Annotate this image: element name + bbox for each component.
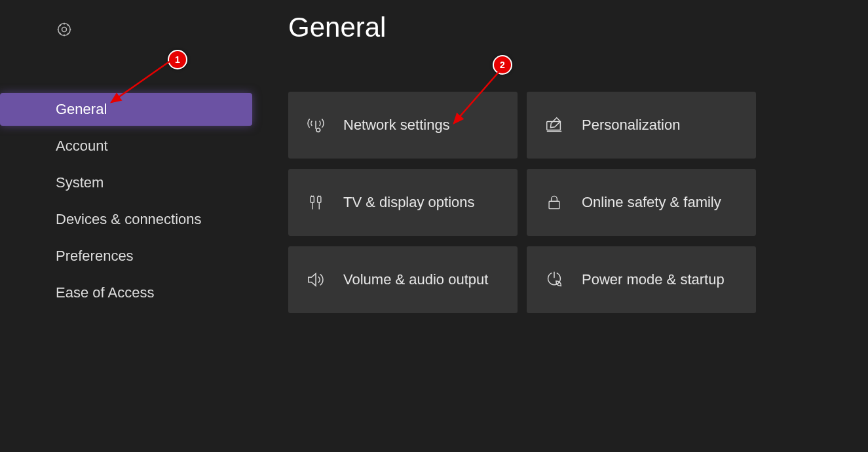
sidebar-item-account[interactable]: Account [0, 130, 252, 162]
sidebar: General Account System Devices & connect… [0, 0, 252, 452]
svg-rect-14 [549, 201, 559, 208]
sidebar-item-label: Devices & connections [56, 211, 202, 227]
page-title: General [288, 12, 868, 43]
tile-label: Volume & audio output [343, 271, 488, 288]
sidebar-item-preferences[interactable]: Preferences [0, 240, 252, 273]
svg-rect-6 [311, 197, 314, 202]
tile-online-safety[interactable]: Online safety & family [527, 169, 756, 236]
svg-point-1 [58, 24, 70, 35]
svg-point-0 [62, 28, 67, 32]
power-leaf-icon [544, 269, 565, 290]
tile-label: Power mode & startup [582, 271, 725, 288]
sidebar-item-label: Ease of Access [56, 284, 154, 301]
sidebar-item-general[interactable]: General [0, 93, 252, 126]
tile-label: TV & display options [343, 194, 475, 211]
tile-grid: Network settings Personalization [288, 92, 868, 313]
sidebar-item-devices[interactable]: Devices & connections [0, 203, 252, 236]
sidebar-item-label: Preferences [56, 248, 134, 264]
sidebar-item-label: System [56, 174, 104, 191]
svg-rect-4 [547, 121, 561, 130]
tile-label: Network settings [343, 117, 450, 134]
sidebar-nav: General Account System Devices & connect… [0, 93, 252, 309]
lock-icon [544, 192, 565, 213]
tile-power-startup[interactable]: Power mode & startup [527, 246, 756, 313]
sidebar-item-ease-of-access[interactable]: Ease of Access [0, 276, 252, 309]
cables-icon [305, 192, 326, 213]
sidebar-item-label: General [56, 101, 107, 117]
sidebar-item-label: Account [56, 138, 108, 154]
main-content: General Network settings [252, 0, 868, 452]
tile-label: Personalization [582, 117, 680, 134]
monitor-edit-icon [544, 115, 565, 136]
speaker-icon [305, 269, 326, 290]
svg-point-3 [316, 128, 320, 132]
tile-personalization[interactable]: Personalization [527, 92, 756, 159]
tile-label: Online safety & family [582, 194, 721, 211]
tile-tv-display[interactable]: TV & display options [288, 169, 518, 236]
gear-icon [0, 21, 252, 41]
settings-app: General Account System Devices & connect… [0, 0, 868, 452]
tile-volume-audio[interactable]: Volume & audio output [288, 246, 518, 313]
antenna-icon [305, 115, 326, 136]
tile-network-settings[interactable]: Network settings [288, 92, 518, 159]
svg-rect-10 [318, 197, 321, 202]
sidebar-item-system[interactable]: System [0, 166, 252, 199]
